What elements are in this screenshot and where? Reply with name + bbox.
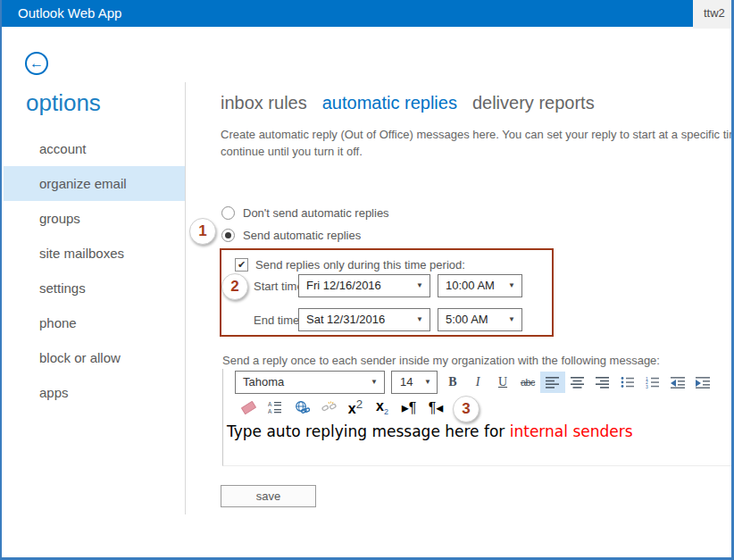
decrease-indent-icon — [671, 376, 686, 389]
description-text: Create automatic reply (Out of Office) m… — [221, 126, 731, 160]
increase-indent-icon — [696, 376, 711, 389]
end-time-label: End time: — [254, 313, 303, 327]
chevron-down-icon: ▼ — [424, 372, 431, 393]
end-time-value: 5:00 AM — [446, 313, 488, 326]
subscript-button[interactable]: x2 — [369, 397, 396, 419]
sidebar-item-groups[interactable]: groups — [4, 201, 185, 236]
italic-icon: I — [476, 375, 480, 389]
eraser-icon — [240, 401, 255, 415]
back-button[interactable]: ← — [25, 52, 48, 75]
period-checkbox-row[interactable]: ✔ Send replies only during this time per… — [235, 258, 465, 272]
align-right-button[interactable] — [590, 372, 615, 393]
sidebar-item-account[interactable]: account — [4, 131, 185, 166]
radio-dont-send-label: Don't send automatic replies — [243, 206, 389, 220]
svg-text:A: A — [268, 401, 272, 407]
chevron-down-icon: ▼ — [371, 372, 378, 393]
start-time-value: 10:00 AM — [446, 279, 495, 292]
italic-button[interactable]: I — [465, 372, 490, 393]
align-right-icon — [596, 376, 610, 389]
broken-link-icon — [321, 401, 337, 414]
sidebar-item-settings[interactable]: settings — [4, 271, 185, 305]
insert-hyperlink-button[interactable] — [288, 397, 315, 419]
message-text-red: internal senders — [510, 422, 633, 440]
annotation-step-3: 3 — [453, 396, 480, 422]
end-date-value: Sat 12/31/2016 — [306, 313, 385, 326]
radio-unselected-icon[interactable] — [221, 206, 235, 220]
svg-text:3: 3 — [646, 384, 648, 389]
rtl-paragraph-icon: ¶◂ — [429, 399, 444, 416]
underline-button[interactable]: U — [490, 372, 515, 393]
decrease-indent-button[interactable] — [665, 372, 690, 393]
sidebar-item-block-or-allow[interactable]: block or allow — [4, 340, 185, 375]
align-center-button[interactable] — [565, 372, 590, 393]
annotation-step-1: 1 — [189, 218, 216, 245]
tab-inbox-rules[interactable]: inbox rules — [221, 93, 307, 113]
top-bar: Outlook Web App — [0, 0, 734, 27]
start-date-value: Fri 12/16/2016 — [306, 279, 381, 292]
svg-text:A: A — [268, 408, 272, 414]
radio-send[interactable]: Send automatic replies — [221, 229, 361, 242]
app-title: Outlook Web App — [18, 0, 121, 27]
remove-hyperlink-button[interactable] — [315, 397, 342, 419]
align-center-icon — [571, 376, 585, 389]
left-to-right-button[interactable]: ▸¶ — [396, 397, 422, 419]
start-time-dropdown[interactable]: 10:00 AM ▼ — [438, 274, 522, 297]
clear-formatting-button[interactable] — [235, 397, 262, 419]
outlook-web-app-window: Outlook Web App ttw2 ← options account o… — [0, 0, 734, 560]
chevron-down-icon: ▼ — [416, 309, 423, 330]
sidebar-item-apps[interactable]: apps — [4, 375, 185, 410]
superscript-icon: x2 — [348, 397, 363, 417]
radio-send-label: Send automatic replies — [243, 229, 361, 242]
bullet-list-icon — [621, 376, 635, 389]
period-checkbox-label: Send replies only during this time perio… — [255, 258, 465, 272]
subscript-icon: x2 — [376, 398, 388, 416]
numbered-list-button[interactable]: 1 2 3 — [640, 372, 665, 393]
chevron-down-icon: ▼ — [416, 275, 423, 297]
sidebar-item-site-mailboxes[interactable]: site mailboxes — [4, 236, 185, 271]
end-date-dropdown[interactable]: Sat 12/31/2016 ▼ — [298, 308, 430, 331]
tab-delivery-reports[interactable]: delivery reports — [472, 93, 595, 113]
back-arrow-icon: ← — [29, 55, 44, 71]
sidebar: account organize email groups site mailb… — [4, 131, 185, 410]
paragraph-format-button[interactable]: A A — [262, 397, 288, 419]
checkbox-checked-icon[interactable]: ✔ — [235, 258, 248, 272]
radio-dont-send[interactable]: Don't send automatic replies — [221, 206, 389, 220]
bold-icon: B — [448, 375, 456, 389]
annotation-step-2: 2 — [221, 273, 248, 300]
underline-icon: U — [498, 375, 507, 389]
font-family-value: Tahoma — [243, 375, 284, 389]
font-family-dropdown[interactable]: Tahoma ▼ — [235, 371, 385, 394]
editor-toolbar-row-1: Tahoma ▼ 14 ▼ B I U abc — [223, 369, 733, 396]
description-line-2: continue until you turn it off. — [221, 143, 731, 160]
sidebar-divider — [185, 82, 186, 514]
chevron-down-icon: ▼ — [508, 309, 515, 330]
superscript-button[interactable]: x2 — [342, 397, 369, 419]
increase-indent-button[interactable] — [690, 372, 715, 393]
align-left-button[interactable] — [540, 372, 565, 393]
sidebar-item-organize-email[interactable]: organize email — [4, 166, 185, 201]
numbered-list-icon: 1 2 3 — [646, 376, 660, 389]
time-period-box: ✔ Send replies only during this time per… — [220, 248, 554, 337]
tab-automatic-replies[interactable]: automatic replies — [322, 93, 457, 113]
strikethrough-button[interactable]: abc — [515, 372, 540, 393]
paragraph-format-icon: A A — [268, 401, 282, 414]
rich-text-editor: Tahoma ▼ 14 ▼ B I U abc — [222, 369, 733, 466]
right-to-left-button[interactable]: ¶◂ — [422, 397, 449, 419]
message-editor[interactable]: Type auto replying message here for inte… — [227, 422, 633, 440]
radio-selected-icon[interactable] — [221, 229, 235, 242]
strikethrough-icon: abc — [521, 377, 535, 388]
ltr-paragraph-icon: ▸¶ — [402, 399, 417, 416]
bold-button[interactable]: B — [440, 372, 465, 393]
page-title: options — [26, 89, 101, 117]
start-date-dropdown[interactable]: Fri 12/16/2016 ▼ — [298, 274, 430, 297]
bullet-list-button[interactable] — [615, 372, 640, 393]
sidebar-item-phone[interactable]: phone — [4, 305, 185, 340]
save-button[interactable]: save — [221, 485, 316, 507]
end-time-dropdown[interactable]: 5:00 AM ▼ — [438, 308, 522, 331]
chevron-down-icon: ▼ — [508, 275, 515, 297]
hyperlink-globe-icon — [295, 401, 310, 414]
font-size-dropdown[interactable]: 14 ▼ — [391, 371, 438, 394]
account-chip[interactable]: ttw2 — [693, 0, 734, 29]
tab-bar: inbox rules automatic replies delivery r… — [221, 93, 595, 113]
description-line-1: Create automatic reply (Out of Office) m… — [221, 126, 731, 143]
